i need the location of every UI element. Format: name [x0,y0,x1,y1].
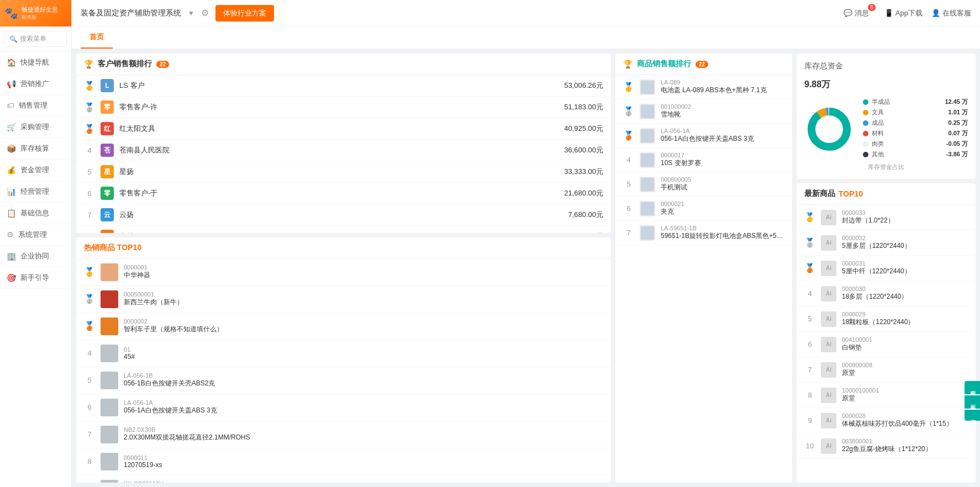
message-icon: 💬 [844,9,852,17]
sidebar-item-enterprise[interactable]: 🏢 企业协同 [0,246,71,267]
customer-name: 零售客户-许 [119,102,559,112]
legend-name: 肉类 [872,140,943,148]
sidebar-item-system[interactable]: ⚙ 系统管理 [0,224,71,246]
hot-product-code: 000500001 [124,291,603,298]
gold-medal-icon: 🥇 [804,212,815,223]
newest-product-item: 🥈 Ai 0000032 5厘多层（1220*2440） [797,230,976,256]
customer-service-hotline-button[interactable]: 客服热线 [965,381,980,394]
inventory-value: 9.88 [804,80,821,89]
sidebar-item-operations[interactable]: 📊 经营管理 [0,181,71,203]
legend-value: 0.07 万 [949,129,968,137]
legend-dot [863,141,868,147]
base-icon: 📋 [7,209,16,218]
sidebar-item-guide[interactable]: 🎯 新手引导 [0,267,71,289]
hot-product-name: 45# [124,353,603,361]
product-name: 10S 变射罗赛 [661,158,784,168]
product-rank-list: 🥇 LA-089 电池盖 LA-089 ABS本色+黑种 7.1克 🥈 0010… [615,75,792,245]
customer-name: 云扬 [119,210,562,220]
hot-product-info: NB2.0X30B 2.0X30MM双搓花轴搓花直径2.1MM/ROHS [124,426,603,442]
product-rank-item: 7 LA-59651-1B 59651-1B旋转投影灯电池盒ABS黑色+58克 [615,221,792,245]
hot-rank-number: 6 [84,403,95,411]
rank-number: 6 [84,189,95,198]
customer-amount: 33,333.00元 [564,167,603,177]
sidebar-item-quick-nav[interactable]: 🏠 快捷导航 [0,52,71,73]
sidebar-search-section: 🔍 搜索菜单 [0,27,71,52]
product-info: LA-056-1A 056-1A白色按键开关盖ABS 3克 [661,128,784,144]
trial-button[interactable]: 体验行业方案 [215,5,274,22]
newest-product-thumbnail: Ai [821,388,836,403]
app-download-button[interactable]: 📱 App下载 [884,8,923,18]
float-service: 客服热线 服务社区 直播 [965,381,980,421]
sidebar-item-sales[interactable]: 🏷 销售管理 [0,95,71,117]
newest-title: 最新商品 [804,189,835,199]
customer-amount: 51,183.00元 [564,102,603,112]
customer-ranking-card: 🏆 客户销售额排行 22 🥇 L LS 客户 53,006.26元 🥈 零 零售… [76,54,611,233]
newest-products-header: 最新商品 TOP10 [797,183,976,205]
sidebar: 🐾 畅捷通好生意 标准版 🔍 搜索菜单 🏠 快捷导航 📢 营销推广 🏷 销售管理… [0,0,72,487]
system-icon: ⚙ [7,230,14,239]
newest-product-name: 原堂 [842,368,968,378]
product-thumbnail [640,152,655,168]
gold-medal-icon: 🥇 [84,81,95,91]
online-service-button[interactable]: 👤 在线客服 [931,8,971,18]
newest-product-name: 5厘多层（1220*2440） [842,241,968,251]
hot-product-code: KK-SD22110H [124,480,603,483]
app-badge: 标准版 [22,14,58,21]
rank-number: 5 [84,168,95,176]
legend-item: 文具 1.01 万 [863,108,968,117]
settings-icon[interactable]: ⚙ [201,8,209,18]
newest-product-item: 5 Ai 0000029 18颗粒板（1220*2440） [797,306,976,332]
hot-product-info: KK-SD22110H 花语萌恒温分腿睡袋（厚款） [124,480,603,483]
service-icon: 👤 [931,9,940,17]
sidebar-item-purchase[interactable]: 🛒 采购管理 [0,117,71,138]
hot-product-info: 0000011 12070519-xs [124,454,603,469]
customer-avatar: 星 [101,165,114,178]
sidebar-item-base[interactable]: 📋 基础信息 [0,203,71,224]
newest-rank-number: 10 [804,442,815,450]
customer-rank-item: 4 苍 苍南县人民医院 36,600.00元 [76,140,611,161]
hot-product-thumbnail [101,426,118,443]
newest-product-code: 003800001 [842,438,968,444]
message-button[interactable]: 💬 消息 6 [844,8,876,18]
bronze-medal-icon: 🥉 [84,321,95,331]
service-community-button[interactable]: 服务社区 [965,395,980,409]
hot-product-item: 🥈 000500001 新西兰牛肉（新牛） [76,286,611,313]
product-code: 001000002 [661,103,784,110]
customer-avatar: 零 [101,187,114,200]
product-name: 雪地靴 [661,110,784,119]
hot-product-code: 01 [124,346,603,353]
newest-product-item: 10 Ai 003800001 22g鱼豆腐-烧烤味（1*12*20） [797,433,976,459]
newest-product-item: 7 Ai 000800008 原堂 [797,357,976,383]
live-stream-button[interactable]: 直播 [965,410,980,421]
product-rank-item: 4 0000017 10S 变射罗赛 [615,148,792,172]
sidebar-item-inventory[interactable]: 📦 库存核算 [0,138,71,160]
sidebar-item-marketing[interactable]: 📢 营销推广 [0,73,71,95]
sidebar-item-finance[interactable]: 💰 资金管理 [0,160,71,181]
inventory-title: 库存总资金 [804,61,968,71]
hot-product-thumbnail [101,372,118,389]
sidebar-item-label: 系统管理 [18,230,47,240]
rank-number: 8 [84,232,95,233]
tab-home[interactable]: 首页 [81,27,113,49]
inventory-summary-card: 库存总资金 9.88万 [797,54,976,179]
bronze-medal-icon: 🥉 [623,130,634,141]
product-code: 000800005 [661,176,784,183]
topbar-right: 💬 消息 6 📱 App下载 👤 在线客服 [844,8,971,18]
newest-rank-number: 7 [804,366,815,374]
silver-medal-icon: 🥈 [623,106,634,117]
hot-product-thumbnail [101,290,118,308]
newest-product-info: 10000100001 原堂 [842,387,968,403]
hot-product-item: 🥇 0000001 中华神器 [76,259,611,286]
newest-product-code: 000800008 [842,362,968,368]
newest-product-item: 🥉 Ai 0000031 5厘中纤（1220*2440） [797,256,976,281]
sidebar-item-label: 企业协同 [20,251,49,261]
newest-product-info: 0000032 5厘多层（1220*2440） [842,235,968,251]
customer-name: 苍南县人民医院 [119,145,559,155]
inventory-amount: 9.88万 [804,73,968,91]
logo-icon: 🐾 [4,7,18,20]
search-menu-button[interactable]: 🔍 搜索菜单 [4,31,67,47]
page-tabs: 首页 [72,27,980,49]
app-logo: 🐾 畅捷通好生意 标准版 [0,0,71,27]
rank-number: 7 [84,211,95,219]
legend-value: -0.05 万 [946,140,968,148]
